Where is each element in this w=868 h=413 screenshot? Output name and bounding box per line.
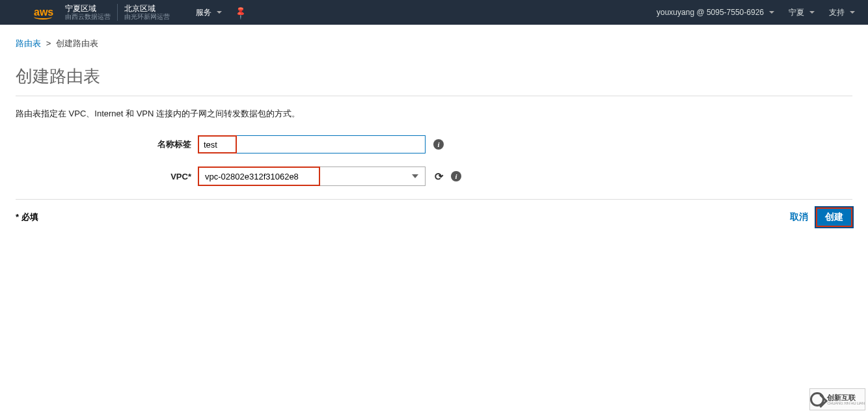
breadcrumb-link-route-tables[interactable]: 路由表 xyxy=(16,38,41,48)
region-operator: 由西云数据运营 xyxy=(65,13,111,21)
chevron-down-icon xyxy=(217,11,222,14)
account-menu[interactable]: youxuyang @ 5095-7550-6926 xyxy=(657,8,774,17)
name-input[interactable] xyxy=(198,135,426,153)
cancel-button[interactable]: 取消 xyxy=(790,211,808,223)
create-button[interactable]: 创建 xyxy=(816,207,852,227)
vpc-label: VPC* xyxy=(16,172,198,181)
main-content: 路由表 > 创建路由表 创建路由表 路由表指定在 VPC、Internet 和 … xyxy=(0,25,868,240)
name-label: 名称标签 xyxy=(16,139,198,150)
chevron-down-icon xyxy=(809,11,815,14)
footer-bar: * 必填 取消 创建 xyxy=(16,199,852,227)
chevron-down-icon xyxy=(850,11,855,14)
region-title: 北京区域 xyxy=(124,4,170,13)
region-ningxia: 宁夏区域 由西云数据运营 xyxy=(59,4,118,21)
region-menu[interactable]: 宁夏 xyxy=(789,7,815,18)
refresh-icon[interactable]: ⟳ xyxy=(435,170,443,183)
pin-icon[interactable]: 📌 xyxy=(233,5,248,20)
action-buttons: 取消 创建 xyxy=(790,207,852,227)
support-label: 支持 xyxy=(829,7,845,18)
form-row-vpc: VPC* vpc-02802e312f31062e8 ⟳ i xyxy=(16,167,852,186)
page-title: 创建路由表 xyxy=(16,65,852,96)
vpc-selected-value: vpc-02802e312f31062e8 xyxy=(205,172,299,181)
region-operator: 由光环新网运营 xyxy=(124,13,170,21)
info-icon[interactable]: i xyxy=(451,171,461,181)
form-row-name: 名称标签 i xyxy=(16,135,852,153)
top-header: aws 宁夏区域 由西云数据运营 北京区域 由光环新网运营 服务 📌 youxu… xyxy=(0,0,868,25)
info-icon[interactable]: i xyxy=(433,139,444,150)
account-label: youxuyang @ 5095-7550-6926 xyxy=(657,8,764,17)
chevron-down-icon xyxy=(769,11,774,14)
breadcrumb-current: 创建路由表 xyxy=(56,38,98,48)
brand-name: 创新互联 xyxy=(827,393,865,401)
brand-logo-icon xyxy=(810,392,824,406)
breadcrumb: 路由表 > 创建路由表 xyxy=(16,38,852,49)
vpc-select[interactable]: vpc-02802e312f31062e8 xyxy=(198,167,426,186)
region-block: 宁夏区域 由西云数据运营 北京区域 由光环新网运营 xyxy=(59,4,176,21)
brand-sub: CHUANG XIN HU LIAN xyxy=(827,401,865,406)
aws-logo: aws xyxy=(34,7,53,18)
page-description: 路由表指定在 VPC、Internet 和 VPN 连接内的子网之间转发数据包的… xyxy=(16,108,852,120)
region-label: 宁夏 xyxy=(789,7,804,18)
support-menu[interactable]: 支持 xyxy=(829,7,855,18)
chevron-down-icon xyxy=(412,174,418,178)
brand-badge: 创新互联 CHUANG XIN HU LIAN xyxy=(809,388,865,410)
services-label: 服务 xyxy=(196,7,211,18)
region-title: 宁夏区域 xyxy=(65,4,111,13)
region-beijing: 北京区域 由光环新网运营 xyxy=(118,4,176,21)
required-note: * 必填 xyxy=(16,211,38,223)
services-menu[interactable]: 服务 xyxy=(196,7,222,18)
breadcrumb-separator: > xyxy=(46,38,51,48)
